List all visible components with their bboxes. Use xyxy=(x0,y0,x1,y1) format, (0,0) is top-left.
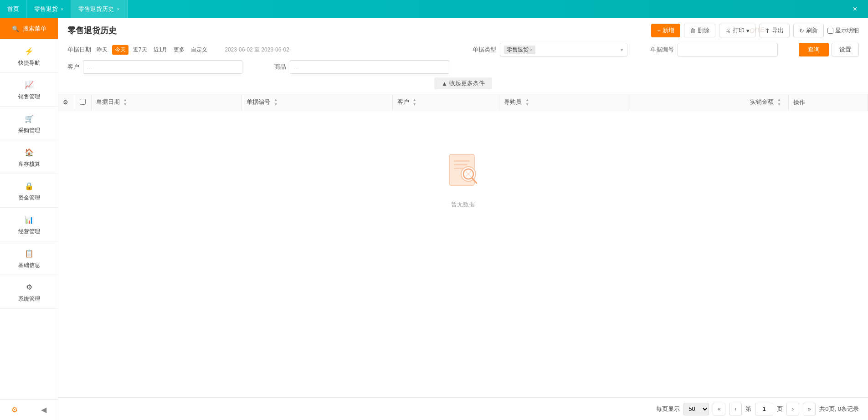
export-label: 导出 xyxy=(772,26,784,35)
sidebar-item-system[interactable]: ⚙ 系统管理 xyxy=(0,275,58,309)
sidebar-item-inventory-label: 库存核算 xyxy=(18,160,40,168)
delete-button[interactable]: 🗑 删除 xyxy=(684,24,715,37)
delete-label: 删除 xyxy=(698,26,709,35)
export-button[interactable]: ⬆ 导出 xyxy=(759,24,790,37)
customer-sort[interactable]: ▲▼ xyxy=(412,98,416,107)
collapse-icon: ▲ xyxy=(442,80,447,87)
sidebar-item-quick-nav[interactable]: ⚡ 快捷导航 xyxy=(0,39,58,73)
sidebar-settings-button[interactable]: ⚙ xyxy=(9,403,21,417)
date-custom[interactable]: 自定义 xyxy=(189,45,209,55)
sidebar-item-system-label: 系统管理 xyxy=(18,295,40,303)
type-select[interactable]: 零售退货 × ▾ xyxy=(500,43,627,56)
print-chevron: ▾ xyxy=(746,27,750,34)
next-page-icon: › xyxy=(792,406,794,412)
sidebar-item-sales[interactable]: 📈 销售管理 xyxy=(0,73,58,107)
new-icon: + xyxy=(657,27,661,34)
print-button[interactable]: 🖨 打印 ▾ xyxy=(719,24,755,37)
page-size-select[interactable]: 50 10 20 100 xyxy=(683,403,709,415)
show-detail-checkbox[interactable]: 显示明细 xyxy=(827,26,859,35)
window-close-button[interactable]: × xyxy=(849,3,861,15)
sidebar-item-inventory[interactable]: 🏠 库存核算 xyxy=(0,140,58,174)
sidebar-menu: ⚡ 快捷导航 📈 销售管理 🛒 采购管理 🏠 库存核算 🔒 资金管理 📊 xyxy=(0,39,58,399)
show-detail-label: 显示明细 xyxy=(835,26,859,35)
svg-rect-2 xyxy=(454,164,467,165)
type-tag-text: 零售退货 xyxy=(507,46,529,54)
page-title: 零售退货历史 xyxy=(67,25,117,36)
tab-home-label: 首页 xyxy=(7,5,19,13)
first-page-button[interactable]: « xyxy=(713,403,725,415)
number-sort[interactable]: ▲▼ xyxy=(274,98,278,107)
date-filter-label: 单据日期 xyxy=(67,46,91,54)
date-yesterday[interactable]: 昨天 xyxy=(95,45,109,55)
sidebar-search[interactable]: 🔍 搜索菜单 xyxy=(0,18,58,39)
sidebar-item-operations[interactable]: 📊 经营管理 xyxy=(0,208,58,241)
date-range-display: 2023-06-02 至 2023-06-02 xyxy=(223,46,289,54)
total-info: 共0页, 0条记录 xyxy=(819,405,859,413)
table-container: ⚙ 单据日期 ▲▼ 单据编号 ▲▼ 客户 xyxy=(58,94,868,397)
date-7days[interactable]: 近7天 xyxy=(131,45,149,55)
settings-button[interactable]: 设置 xyxy=(832,43,859,56)
number-filter-label: 单据编号 xyxy=(650,46,674,54)
collapse-button[interactable]: ▲ 收起更多条件 xyxy=(434,77,492,89)
page-word: 第 xyxy=(745,405,751,413)
refresh-button[interactable]: ↻ 刷新 xyxy=(793,24,824,37)
pagination-bar: 每页显示 50 10 20 100 « ‹ 第 页 › » 共0页, 0条记录 xyxy=(58,397,868,420)
tab-retail-return-history-close[interactable]: × xyxy=(117,6,119,12)
empty-row: 暂无数据 xyxy=(58,111,868,245)
sidebar-item-basic-info[interactable]: 📋 基础信息 xyxy=(0,241,58,275)
sidebar: 🔍 搜索菜单 ⚡ 快捷导航 📈 销售管理 🛒 采购管理 🏠 库存核算 🔒 xyxy=(0,18,58,420)
date-1month[interactable]: 近1月 xyxy=(152,45,169,55)
filter-date: 单据日期 昨天 今天 近7天 近1月 更多 自定义 xyxy=(67,45,209,55)
toolbar: + 新增 🗑 删除 🖨 打印 ▾ ⬆ 导出 xyxy=(651,24,859,37)
query-button[interactable]: 查询 xyxy=(799,43,829,56)
sidebar-item-finance[interactable]: 🔒 资金管理 xyxy=(0,174,58,208)
column-customer-label: 客户 xyxy=(397,98,409,105)
filter-area: 单据日期 昨天 今天 近7天 近1月 更多 自定义 2023-06-02 至 2… xyxy=(67,43,859,94)
query-label: 查询 xyxy=(808,46,820,53)
date-more[interactable]: 更多 xyxy=(172,45,186,55)
basic-info-icon: 📋 xyxy=(23,247,36,260)
sidebar-item-sales-label: 销售管理 xyxy=(18,93,40,101)
column-number-label: 单据编号 xyxy=(247,98,270,105)
last-page-button[interactable]: » xyxy=(803,403,816,415)
settings-label: 设置 xyxy=(839,46,851,53)
column-date-label: 单据日期 xyxy=(96,98,120,105)
number-input[interactable] xyxy=(678,43,778,56)
tab-retail-return-close[interactable]: × xyxy=(61,6,63,12)
new-button[interactable]: + 新增 xyxy=(651,24,680,37)
delete-icon: 🗑 xyxy=(690,27,696,34)
sidebar-item-quick-nav-label: 快捷导航 xyxy=(18,59,40,67)
type-tag-close[interactable]: × xyxy=(530,47,533,52)
type-tag: 零售退货 × xyxy=(504,46,535,54)
customer-filter-label: 客户 xyxy=(67,63,79,71)
tab-retail-return[interactable]: 零售退货 × xyxy=(27,0,71,18)
select-all-checkbox[interactable] xyxy=(80,99,86,105)
collapse-label: 收起更多条件 xyxy=(449,79,485,87)
tab-retail-return-label: 零售退货 xyxy=(34,5,58,13)
sidebar-item-purchase[interactable]: 🛒 采购管理 xyxy=(0,107,58,140)
column-date: 单据日期 ▲▼ xyxy=(91,94,242,111)
guide-sort[interactable]: ▲▼ xyxy=(525,98,529,107)
page-title-row: 零售退货历史 + 新增 🗑 删除 🖨 打印 ▾ xyxy=(67,24,859,37)
tab-home[interactable]: 首页 xyxy=(0,0,27,18)
date-sort[interactable]: ▲▼ xyxy=(123,98,127,107)
top-bar-right: × xyxy=(849,3,868,15)
quick-nav-icon: ⚡ xyxy=(23,45,36,57)
prev-page-button[interactable]: ‹ xyxy=(729,403,742,415)
column-settings[interactable]: ⚙ xyxy=(58,94,75,111)
date-today[interactable]: 今天 xyxy=(112,45,128,55)
date-range-text: 2023-06-02 至 2023-06-02 xyxy=(225,46,289,54)
next-page-button[interactable]: › xyxy=(786,403,799,415)
export-icon: ⬆ xyxy=(765,27,770,34)
collapse-row: ▲ 收起更多条件 xyxy=(67,77,859,89)
sidebar-collapse-button[interactable]: ◀ xyxy=(38,403,49,417)
goods-select[interactable]: ... xyxy=(290,60,449,74)
customer-select[interactable]: ... xyxy=(83,60,242,74)
empty-text: 暂无数据 xyxy=(451,200,475,209)
amount-sort[interactable]: ▲▼ xyxy=(777,98,781,107)
inventory-icon: 🏠 xyxy=(23,146,36,159)
column-checkbox[interactable] xyxy=(75,94,91,111)
page-number-input[interactable] xyxy=(755,403,773,415)
show-detail-input[interactable] xyxy=(827,28,833,34)
tab-retail-return-history[interactable]: 零售退货历史 × xyxy=(71,0,127,18)
